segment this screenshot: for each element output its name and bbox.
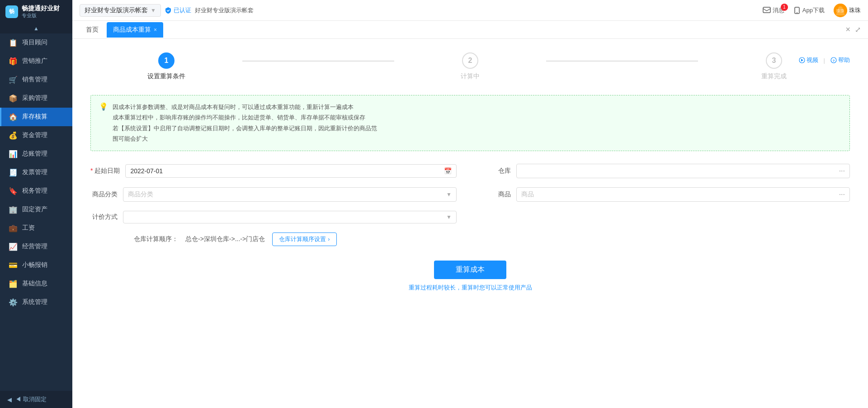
sidebar-scroll-up[interactable]: ▲ [0,24,72,33]
user-profile-button[interactable]: 珠珠 珠珠 [834,4,861,17]
sidebar-item-project[interactable]: 📋 项目顾问 [0,33,72,52]
svg-text:珠珠: 珠珠 [836,9,844,13]
message-button[interactable]: 消息 1 [763,6,784,14]
basic-icon: 🗂️ [9,280,18,288]
notification-badge: 1 [781,4,788,11]
warehouse-label: 仓库 [484,167,511,175]
sidebar-item-label: 发票管理 [22,168,47,176]
app-subtitle: 专业版 [22,12,60,19]
sidebar-item-marketing[interactable]: 🎁 营销推广 [0,52,72,71]
app-download-label: App下载 [802,6,825,14]
info-box: 💡 因成本计算参数调整、或是对商品成本有疑问时，可以通过成本重算功能，重新计算一… [90,95,850,151]
recalculate-button[interactable]: 重算成本 [434,261,506,279]
submit-hint: 重算过程耗时较长，重算时您可以正常使用产品 [409,284,532,292]
sidebar-item-operations[interactable]: 📈 经营管理 [0,237,72,256]
steps-wizard: 1 设置重算条件 2 计算中 3 重算完成 [90,52,850,81]
sidebar-item-tax[interactable]: 🔖 税务管理 [0,182,72,200]
sidebar-item-label: 销售管理 [22,76,47,84]
calc-order-settings-button[interactable]: 仓库计算顺序设置 › [272,232,336,246]
shield-icon [165,7,172,14]
goods-more-icon[interactable]: ··· [839,190,845,199]
warehouse-input[interactable]: ··· [516,164,850,178]
sidebar-item-label: 固定资产 [22,205,47,213]
start-date-label: *起始日期 [90,167,120,175]
main-area: 好业财专业版演示帐套 ▼ 已认证 好业财专业版演示帐套 消息 1 [72,0,868,408]
app-download-button[interactable]: App下载 [793,6,825,14]
sidebar-item-label: 系统管理 [22,298,47,306]
submit-area: 重算成本 重算过程耗时较长，重算时您可以正常使用产品 [90,261,850,292]
step-3-circle: 3 [766,52,782,69]
pricing-input[interactable]: ▼ [123,211,457,223]
inventory-icon: 🏠 [9,113,18,121]
sidebar-item-label: 总账管理 [22,150,47,158]
sidebar-item-system[interactable]: ⚙️ 系统管理 [0,293,72,312]
info-bulb-icon: 💡 [99,102,108,111]
sidebar-item-invoice[interactable]: 🧾 发票管理 [0,163,72,182]
tab-close-icon[interactable]: × [154,27,157,33]
category-dropdown-icon: ▼ [446,191,452,198]
help-btn[interactable]: ? 帮助 [830,56,850,64]
topbar-right: 消息 1 App下载 珠珠 珠珠 [763,4,861,17]
svg-rect-0 [763,7,770,13]
step-1-circle: 1 [158,52,175,69]
sidebar-item-expense[interactable]: 💳 小畅报销 [0,256,72,275]
sidebar-item-ledger[interactable]: 📊 总账管理 [0,145,72,163]
sidebar-item-label: 工资 [22,224,35,232]
account-selector[interactable]: 好业财专业版演示帐套 ▼ [80,4,161,17]
ledger-icon: 📊 [9,150,18,158]
assets-icon: 🏢 [9,205,18,214]
sidebar-item-purchase[interactable]: 📦 采购管理 [0,89,72,108]
start-date-input[interactable]: 2022-07-01 📅 [125,164,457,178]
sidebar-item-label: 资金管理 [22,131,47,139]
verified-account-name: 好业财专业版演示帐套 [195,6,254,14]
required-mark: * [90,167,93,174]
pricing-label: 计价方式 [90,213,118,221]
start-date-value: 2022-07-01 [130,167,163,175]
tab-bar: 首页 商品成本重算 × × ⤢ [72,21,868,39]
user-name: 珠珠 [849,6,861,14]
expand-tab-btn[interactable]: ⤢ [855,25,861,34]
goods-row: 商品 商品 ··· [484,187,850,202]
video-help-btn[interactable]: 视频 [799,56,818,64]
pin-label: ◀ 取消固定 [15,395,47,403]
pin-icon: ◀ [7,396,12,403]
sidebar-item-basic[interactable]: 🗂️ 基础信息 [0,275,72,293]
sidebar-nav: 📋 项目顾问 🎁 营销推广 🛒 销售管理 📦 采购管理 🏠 库存核算 💰 资金管… [0,33,72,391]
sidebar-item-label: 小畅报销 [22,261,47,269]
start-date-row: *起始日期 2022-07-01 📅 [90,164,457,178]
sidebar-item-label: 基础信息 [22,280,47,288]
verified-badge: 已认证 [165,6,191,14]
category-input[interactable]: 商品分类 ▼ [123,187,457,202]
expense-icon: 💳 [9,261,18,270]
user-avatar: 珠珠 [834,4,847,17]
avatar-image: 珠珠 [834,4,847,17]
sidebar-item-inventory[interactable]: 🏠 库存核算 [0,108,72,126]
pricing-dropdown-icon: ▼ [446,214,452,220]
pricing-row: 计价方式 ▼ [90,211,457,223]
goods-placeholder: 商品 [521,190,534,199]
info-line2: 成本重算过程中，影响库存账的操作均不能操作，比如进货单、销货单、库存单据不能审核… [113,112,377,123]
step-line-1 [242,61,394,62]
steps-helper: 视频 | ? 帮助 [799,56,850,64]
tab-home[interactable]: 首页 [80,22,105,38]
step-2-label: 计算中 [461,72,480,81]
purchase-icon: 📦 [9,94,18,103]
sidebar-pin-toggle[interactable]: ◀ ◀ 取消固定 [0,391,72,408]
operations-icon: 📈 [9,242,18,251]
sidebar-item-assets[interactable]: 🏢 固定资产 [0,200,72,219]
info-line3: 若【系统设置】中启用了自动调整记账日期时，会调整入库单的整单记账日期，因此重新计… [113,123,377,133]
goods-label: 商品 [484,190,511,199]
tab-cost-recalc[interactable]: 商品成本重算 × [107,22,163,38]
system-icon: ⚙️ [9,298,18,307]
help-icon: ? [830,57,837,63]
tab-bar-actions: × ⤢ [845,25,861,34]
sidebar-item-payroll[interactable]: 💼 工资 [0,219,72,237]
sidebar-item-sales[interactable]: 🛒 销售管理 [0,71,72,89]
sidebar-item-finance[interactable]: 💰 资金管理 [0,126,72,145]
warehouse-more-icon[interactable]: ··· [839,167,845,175]
goods-input[interactable]: 商品 ··· [516,187,850,202]
step-line-2 [546,61,698,62]
sidebar-item-label: 税务管理 [22,187,47,195]
sidebar-item-label: 采购管理 [22,94,47,102]
close-tab-btn[interactable]: × [845,25,850,34]
